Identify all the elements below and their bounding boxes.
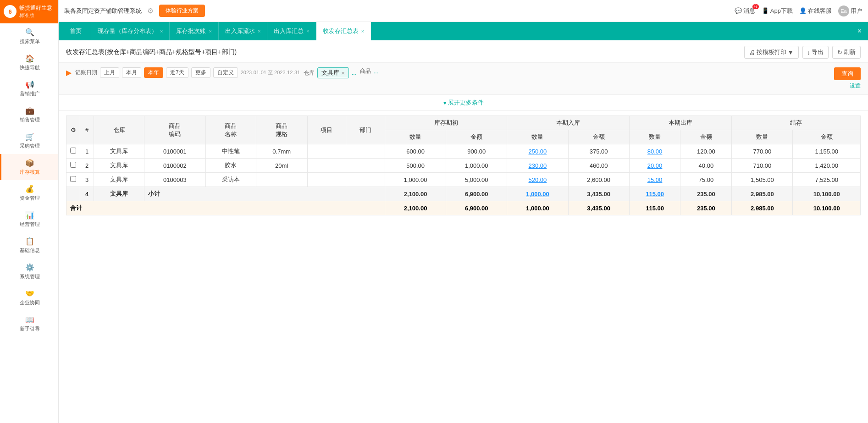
- date-btn-more[interactable]: 更多: [191, 67, 210, 78]
- user-menu[interactable]: Ea 用户: [838, 5, 862, 16]
- sidebar-item-search[interactable]: 🔍 搜索菜单: [0, 23, 58, 49]
- gear-icon[interactable]: ⚙: [147, 6, 154, 15]
- sidebar-item-inventory[interactable]: 📦 库存核算: [0, 154, 58, 180]
- tab-home[interactable]: 首页: [61, 22, 91, 40]
- tab-receive-summary[interactable]: 收发存汇总表 ×: [316, 22, 371, 40]
- sub-in-qty: 数量: [507, 130, 568, 144]
- sales-icon: 💼: [25, 106, 34, 115]
- app-icon: 📱: [762, 7, 769, 14]
- print-btn[interactable]: 🖨 按模板打印 ▼: [744, 46, 799, 59]
- sub-in-amt: 金额: [568, 130, 629, 144]
- finance-icon: 💰: [25, 185, 34, 193]
- message-badge: 6: [752, 4, 759, 9]
- tab-receive-summary-close[interactable]: ×: [361, 28, 364, 34]
- date-btn-last-month[interactable]: 上月: [100, 67, 119, 78]
- total-in-qty: 1,000.00: [507, 201, 568, 215]
- sidebar-item-quick[interactable]: 🏠 快捷导航: [0, 49, 58, 76]
- sidebar-item-sales[interactable]: 💼 销售管理: [0, 102, 58, 128]
- sidebar-label-search: 搜索菜单: [20, 38, 40, 45]
- col-spec: 商品规格: [256, 116, 307, 144]
- row-name: 中性笔: [205, 144, 256, 159]
- sidebar-item-collab[interactable]: 🤝 企业协同: [0, 285, 58, 311]
- date-btn-7days[interactable]: 近7天: [166, 67, 188, 78]
- sidebar-item-finance[interactable]: 💰 资金管理: [0, 180, 58, 206]
- tab-inout-flow-close[interactable]: ×: [258, 28, 260, 34]
- row-init-amt: 5,000.00: [446, 173, 507, 187]
- online-service-btn[interactable]: 👤 在线客服: [799, 7, 832, 15]
- row-out-qty[interactable]: 80.00: [629, 144, 680, 159]
- sidebar-item-marketing[interactable]: 📢 营销推广: [0, 76, 58, 102]
- sidebar-item-purchase[interactable]: 🛒 采购管理: [0, 128, 58, 154]
- row-in-qty[interactable]: 230.00: [507, 159, 568, 173]
- sidebar-label-inventory: 库存核算: [20, 169, 40, 176]
- warehouse-tag-value: 文具库: [321, 69, 339, 77]
- expand-conditions-btn[interactable]: ▾ 展开更多条件: [442, 97, 486, 109]
- sidebar-item-operation[interactable]: 📊 经营管理: [0, 206, 58, 232]
- tab-inventory-dist-close[interactable]: ×: [160, 28, 163, 34]
- tab-batch-accounts[interactable]: 库存批次账 ×: [170, 22, 218, 40]
- subtotal-in-qty[interactable]: 1,000.00: [507, 187, 568, 201]
- tab-inout-summary-close[interactable]: ×: [306, 28, 309, 34]
- tab-batch-accounts-close[interactable]: ×: [209, 28, 211, 34]
- sidebar-label-basic: 基础信息: [20, 247, 40, 254]
- sub-bal-amt: 金额: [793, 130, 861, 144]
- date-btn-this-month[interactable]: 本月: [122, 67, 141, 78]
- row-init-qty: 500.00: [385, 159, 446, 173]
- trial-button[interactable]: 体验行业方案: [159, 5, 205, 17]
- row-out-qty[interactable]: 20.00: [629, 159, 680, 173]
- goods-more-btn[interactable]: ...: [374, 68, 378, 75]
- col-settings[interactable]: ⚙: [66, 116, 80, 144]
- sidebar-item-system[interactable]: ⚙️ 系统管理: [0, 258, 58, 285]
- filter-bar: ▶ 记账日期 上月 本月 本年 近7天 更多 自定义 2023-01-01 至 …: [59, 63, 868, 95]
- warehouse-tag[interactable]: 文具库 ×: [317, 67, 349, 78]
- row-no: 2: [80, 159, 94, 173]
- table-settings-icon[interactable]: ⚙: [71, 126, 76, 133]
- settings-link[interactable]: 设置: [850, 82, 861, 90]
- row-code: 0100001: [144, 144, 205, 159]
- total-init-qty: 2,100.00: [385, 201, 446, 215]
- row-check[interactable]: [66, 173, 80, 187]
- export-btn[interactable]: ↓ 导出: [802, 46, 829, 59]
- warehouse-filter-label: 仓库: [304, 69, 315, 77]
- date-btn-custom[interactable]: 自定义: [213, 67, 238, 78]
- row-spec: 0.7mm: [256, 144, 307, 159]
- query-btn[interactable]: 查询: [834, 67, 861, 80]
- search-icon: 🔍: [25, 28, 34, 37]
- sidebar-item-guide[interactable]: 📖 新手引导: [0, 311, 58, 337]
- sidebar-title: 畅捷通好生意: [19, 5, 52, 12]
- sidebar-item-basic[interactable]: 📋 基础信息: [0, 232, 58, 258]
- row-bal-amt: 1,155.00: [793, 144, 861, 159]
- message-btn[interactable]: 💬 消息 6: [735, 7, 755, 15]
- filter-collapse-btn[interactable]: ▶: [66, 68, 72, 77]
- date-filter-group: 记账日期 上月 本月 本年 近7天 更多 自定义 2023-01-01 至 20…: [75, 67, 300, 78]
- inventory-icon: 📦: [25, 159, 34, 167]
- row-project: [307, 159, 346, 173]
- page-title: 收发存汇总表(按仓库+商品编码+商品+规格型号+项目+部门): [66, 48, 237, 56]
- warehouse-tag-remove[interactable]: ×: [341, 70, 345, 77]
- row-warehouse: 文具库: [94, 173, 144, 187]
- table-row: 2 文具库 0100002 胶水 20ml 500.00 1,000.00 23…: [66, 159, 861, 173]
- tab-inventory-dist[interactable]: 现存量（库存分布表） ×: [91, 22, 170, 40]
- subtotal-out-qty[interactable]: 115.00: [629, 187, 680, 201]
- row-in-qty[interactable]: 250.00: [507, 144, 568, 159]
- tab-inout-summary-label: 出入库汇总: [274, 27, 304, 35]
- subtotal-no: 4: [80, 187, 94, 201]
- row-in-amt: 2,600.00: [568, 173, 629, 187]
- purchase-icon: 🛒: [25, 132, 34, 141]
- total-label: 合计: [66, 201, 385, 215]
- warehouse-more-btn[interactable]: ...: [352, 70, 356, 76]
- tab-inout-flow[interactable]: 出入库流水 ×: [219, 22, 267, 40]
- col-no: #: [80, 116, 94, 144]
- total-row: 合计 2,100.00 6,900.00 1,000.00 3,435.00 1…: [66, 201, 861, 215]
- row-check[interactable]: [66, 144, 80, 159]
- row-out-qty[interactable]: 15.00: [629, 173, 680, 187]
- refresh-btn[interactable]: ↻ 刷新: [832, 46, 861, 59]
- col-group-balance: 结存: [732, 116, 861, 130]
- tab-inout-summary[interactable]: 出入库汇总 ×: [267, 22, 316, 40]
- row-check[interactable]: [66, 159, 80, 173]
- date-btn-this-year[interactable]: 本年: [144, 67, 163, 78]
- app-download-btn[interactable]: 📱 App下载: [762, 7, 793, 15]
- date-filter-label: 记账日期: [75, 69, 97, 77]
- row-in-qty[interactable]: 520.00: [507, 173, 568, 187]
- tabs-close-all[interactable]: ×: [853, 27, 866, 35]
